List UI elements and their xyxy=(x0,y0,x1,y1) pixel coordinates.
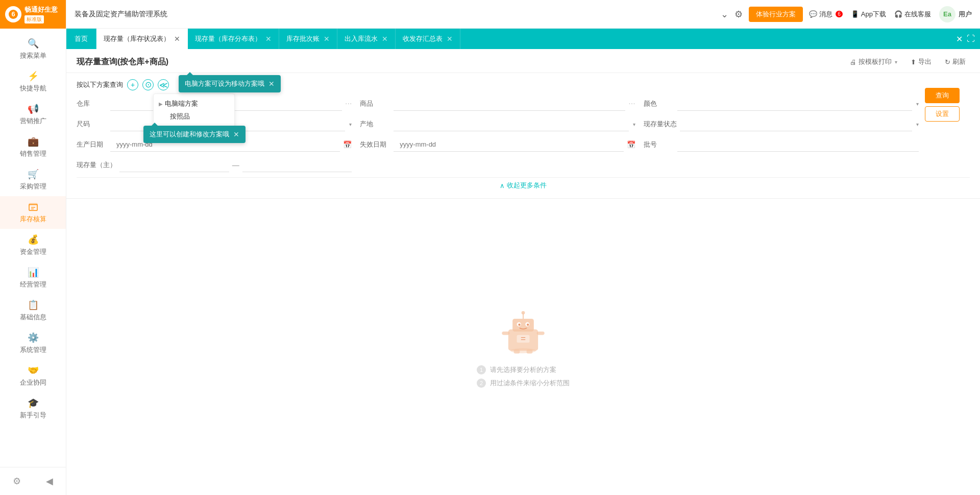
tooltip-1-close[interactable]: ✕ xyxy=(268,80,275,88)
fullscreen-icon[interactable]: ⛶ xyxy=(967,34,975,43)
content-area: 现存量查询(按仓库+商品) 🖨 按模板打印 ▾ ⬆ 导出 ↻ 刷新 xyxy=(66,49,980,495)
desktop-scheme-item[interactable]: ▶ 电脑端方案 xyxy=(154,97,234,110)
sidebar-item-sales[interactable]: 💼 销售管理 xyxy=(0,131,66,163)
stock-dash: — xyxy=(232,161,239,169)
sidebar-item-purchase[interactable]: 🛒 采购管理 xyxy=(0,163,66,196)
production-date-calendar[interactable]: 📅 xyxy=(343,140,352,149)
filter-area-inner: 按以下方案查询 + ⊙ ≪ 电脑方案可设为移动方案哦 ✕ ▶ xyxy=(77,79,970,192)
tab-close-3[interactable]: ✕ xyxy=(382,35,388,43)
app-download-item[interactable]: 📱 App下载 xyxy=(851,10,886,19)
svg-rect-3 xyxy=(29,203,37,205)
tab-close-1[interactable]: ✕ xyxy=(265,35,272,43)
sidebar-item-enterprise[interactable]: 🤝 企业协同 xyxy=(0,360,66,392)
tab-summary[interactable]: 收发存汇总表 ✕ xyxy=(396,29,460,49)
enterprise-icon: 🤝 xyxy=(28,365,39,376)
refresh-button[interactable]: ↻ 刷新 xyxy=(941,55,970,68)
tab-close-0[interactable]: ✕ xyxy=(174,35,180,43)
empty-hint-2: 2 用过滤条件来缩小分析范围 xyxy=(477,379,570,388)
desktop-scheme-sub[interactable]: 按照品 xyxy=(166,110,234,123)
settings-icon[interactable]: ⚙ xyxy=(734,9,743,20)
stock-status-field: 现存量状态 ▾ xyxy=(644,116,919,132)
color-caret[interactable]: ▾ xyxy=(916,101,919,107)
sidebar-item-quicknav[interactable]: ⚡ 快捷导航 xyxy=(0,65,66,98)
print-button[interactable]: 🖨 按模板打印 ▾ xyxy=(846,55,901,68)
user-area[interactable]: Ea 用户 xyxy=(939,6,972,22)
sidebar-footer: ⚙ ◀ xyxy=(0,467,66,495)
expiry-date-calendar[interactable]: 📅 xyxy=(627,140,635,149)
sidebar-item-search[interactable]: 🔍 搜索菜单 xyxy=(0,33,66,65)
settings-bottom-icon[interactable]: ⚙ xyxy=(10,473,24,490)
logo-icon: 6 xyxy=(5,6,21,22)
tab-inout-flow[interactable]: 出入库流水 ✕ xyxy=(337,29,396,49)
svg-rect-17 xyxy=(514,349,520,353)
product-label: 商品 xyxy=(360,99,390,108)
expiry-date-wrap xyxy=(394,137,623,152)
warehouse-label: 仓库 xyxy=(77,99,107,108)
sidebar-item-inventory[interactable]: 库存核算 xyxy=(0,196,66,229)
stock-amount-from-wrap xyxy=(119,158,229,172)
product-input[interactable] xyxy=(397,98,622,109)
batch-input[interactable] xyxy=(680,138,916,150)
print-caret: ▾ xyxy=(895,59,897,65)
search-button[interactable]: 查询 xyxy=(925,88,960,103)
finance-icon: 💰 xyxy=(28,234,39,245)
collapse-sidebar-icon[interactable]: ◀ xyxy=(43,473,56,490)
sidebar-item-newbie[interactable]: 🎓 新手引导 xyxy=(0,392,66,425)
empty-hints: 1 请先选择要分析的方案 2 用过滤条件来缩小分析范围 xyxy=(477,365,570,388)
expiry-date-input[interactable] xyxy=(397,138,620,150)
add-scheme-button[interactable]: + xyxy=(127,79,138,90)
origin-field: 产地 ▾ xyxy=(360,116,635,132)
tab-inventory-status[interactable]: 现存量（库存状况表） ✕ xyxy=(96,29,188,49)
sidebar-nav: 🔍 搜索菜单 ⚡ 快捷导航 📢 营销推广 💼 销售管理 🛒 采购管理 xyxy=(0,29,66,467)
expand-icon: ▶ xyxy=(159,101,163,107)
back-scheme-button[interactable]: ≪ xyxy=(158,79,169,90)
lightning-icon: ⚡ xyxy=(28,70,39,82)
warehouse-dots[interactable]: ··· xyxy=(345,99,352,108)
tooltip-2-close[interactable]: ✕ xyxy=(233,130,239,138)
notification-item[interactable]: 💬 消息 6 xyxy=(809,10,843,19)
stock-amount-to-input[interactable] xyxy=(246,159,349,171)
system-title: 装备及固定资产辅助管理系统 xyxy=(75,10,715,19)
inventory-icon xyxy=(28,201,39,213)
stock-amount-from-input[interactable] xyxy=(122,159,226,171)
sidebar-item-finance[interactable]: 💰 资金管理 xyxy=(0,229,66,262)
product-dots[interactable]: ··· xyxy=(628,99,635,108)
size-caret[interactable]: ▾ xyxy=(349,122,352,127)
industry-plan-button[interactable]: 体验行业方案 xyxy=(749,7,803,22)
topbar-dropdown[interactable]: ⌄ xyxy=(721,9,728,20)
sidebar-item-marketing[interactable]: 📢 营销推广 xyxy=(0,98,66,131)
tab-inventory-dist[interactable]: 现存量（库存分布表） ✕ xyxy=(188,29,279,49)
sidebar-item-management[interactable]: 📊 经营管理 xyxy=(0,262,66,294)
online-service-item[interactable]: 🎧 在线客服 xyxy=(894,10,931,19)
tab-close-4[interactable]: ✕ xyxy=(447,35,453,43)
close-all-icon[interactable]: ✕ xyxy=(956,34,963,44)
origin-input[interactable] xyxy=(397,118,625,130)
svg-point-12 xyxy=(527,324,529,326)
print-icon: 🖨 xyxy=(850,58,856,66)
empty-illustration xyxy=(498,306,549,357)
newbie-icon: 🎓 xyxy=(28,397,39,409)
system-icon: ⚙️ xyxy=(28,332,39,343)
edit-scheme-button[interactable]: ⊙ xyxy=(142,79,154,90)
tab-close-2[interactable]: ✕ xyxy=(324,35,330,43)
color-input[interactable] xyxy=(680,98,909,109)
empty-hint-1: 1 请先选择要分析的方案 xyxy=(477,365,570,374)
tab-home[interactable]: 首页 xyxy=(66,29,96,49)
tab-batch-account[interactable]: 库存批次账 ✕ xyxy=(279,29,337,49)
stock-status-input[interactable] xyxy=(683,118,909,130)
collapse-filter-button[interactable]: ∧ 收起更多条件 xyxy=(77,177,970,192)
reset-button[interactable]: 设置 xyxy=(925,106,960,122)
search-btn-group: 查询 设置 xyxy=(925,88,960,122)
sidebar-item-base[interactable]: 📋 基础信息 xyxy=(0,294,66,327)
origin-caret[interactable]: ▾ xyxy=(633,122,635,127)
logo-text: 畅通好生意 标准版 xyxy=(24,5,58,23)
batch-input-wrap xyxy=(677,137,919,152)
stock-amount-label: 现存量（主） xyxy=(77,160,116,170)
sidebar-item-system[interactable]: ⚙️ 系统管理 xyxy=(0,327,66,360)
export-button[interactable]: ⬆ 导出 xyxy=(906,55,936,68)
stock-status-caret[interactable]: ▾ xyxy=(916,122,919,127)
stock-amount-field: 现存量（主） — xyxy=(77,157,352,173)
svg-rect-18 xyxy=(527,349,533,353)
marketing-icon: 📢 xyxy=(28,103,39,114)
page-title: 现存量查询(按仓库+商品) xyxy=(77,57,846,67)
